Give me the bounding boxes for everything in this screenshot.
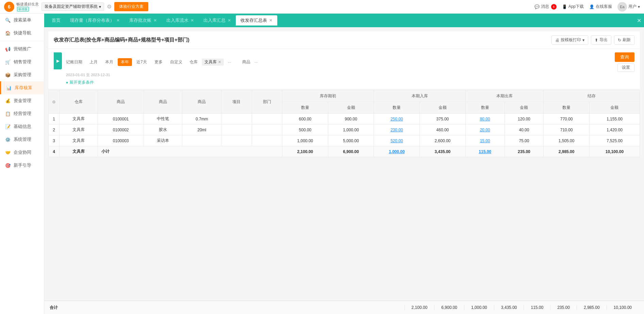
print-template-label: 按模板打印	[561, 37, 581, 43]
tab-receive-summary[interactable]: 收发存汇总表 ✕	[236, 15, 277, 26]
sidebar-item-sales[interactable]: 🛒 销售管理	[0, 55, 44, 68]
export-label: 导出	[599, 37, 608, 43]
row-no: 4	[49, 146, 60, 157]
row-in-qty[interactable]: 230.00	[374, 125, 420, 135]
date-btn-more[interactable]: 更多	[151, 58, 166, 66]
date-btn-7days[interactable]: 近7天	[133, 58, 150, 66]
row-in-qty[interactable]: 1,000.00	[374, 146, 420, 157]
logo-subtitle: 畅捷通好生意	[16, 2, 39, 6]
row-out-qty[interactable]: 115.00	[465, 146, 505, 157]
tab-batch-ledger[interactable]: 库存批次账 ✕	[125, 15, 162, 26]
expand-btn[interactable]: ▾ 展开更多条件	[66, 80, 634, 85]
sidebar-item-operations[interactable]: 📋 经营管理	[0, 107, 44, 120]
tab-in-out-flow[interactable]: 出入库流水 ✕	[162, 15, 199, 26]
export-btn[interactable]: ⬆ 导出	[591, 35, 611, 45]
logo-area: 6 畅捷通好生意 标准版	[4, 2, 39, 12]
date-btn-this-year[interactable]: 本年	[118, 58, 132, 66]
sidebar-item-quick-nav[interactable]: 🏠 快捷导航	[0, 27, 44, 39]
tab-close-icon[interactable]: ✕	[116, 18, 120, 23]
date-btn-this-month[interactable]: 本月	[102, 58, 116, 66]
row-out-qty[interactable]: 20.00	[465, 125, 505, 135]
app-download-group[interactable]: 📱 App下载	[562, 4, 584, 10]
date-btn-custom[interactable]: 自定义	[167, 58, 185, 66]
sidebar-item-search-menu[interactable]: 🔍 搜索菜单	[0, 14, 44, 27]
goods-filter-label: 商品	[242, 59, 250, 65]
close-all-tabs-icon[interactable]: ✕	[637, 17, 641, 24]
date-btn-last-month[interactable]: 上月	[86, 58, 101, 66]
row-subtotal-label: 小计	[98, 146, 282, 157]
chevron-down-icon: ▾	[66, 80, 68, 85]
row-out-qty[interactable]: 80.00	[465, 114, 505, 125]
filter-area: ▶ 记账日期 上月 本月 本年 近7天	[48, 49, 640, 89]
sidebar-item-label: 库存核算	[15, 85, 32, 91]
header-actions: 🖨 按模板打印 ▾ ⬆ 导出 ↻ 刷新	[551, 35, 634, 45]
content-area: 首页 现存量（库存分布表） ✕ 库存批次账 ✕ 出入库流水 ✕ 出入库汇总 ✕	[44, 14, 644, 314]
row-out-amt: 40.00	[505, 125, 544, 135]
row-warehouse: 文具库	[60, 135, 98, 146]
search-icon: 🔍	[5, 17, 11, 23]
row-in-qty[interactable]: 250.00	[374, 114, 420, 125]
gear-icon[interactable]: ⚙	[107, 3, 112, 10]
message-group[interactable]: 💬 消息 6	[534, 4, 557, 10]
push-arrow[interactable]: ▶	[54, 52, 62, 69]
tab-home[interactable]: 首页	[47, 15, 65, 26]
tab-label: 出入库汇总	[203, 17, 226, 23]
tab-close-icon[interactable]: ✕	[191, 18, 194, 23]
total-in-qty: 1,000.00	[464, 305, 494, 310]
th-out-qty: 数量	[465, 102, 505, 114]
settings-btn[interactable]: 设置	[617, 63, 634, 72]
sidebar-item-system[interactable]: ⚙️ 系统管理	[0, 133, 44, 146]
total-init-amt: 6,900.00	[434, 305, 464, 310]
warehouse-more[interactable]: ···	[228, 60, 231, 65]
online-service-group[interactable]: 👤 在线客服	[589, 4, 612, 10]
refresh-btn[interactable]: ↻ 刷新	[614, 35, 634, 45]
sidebar-item-inventory[interactable]: 📊 库存核算	[0, 81, 44, 94]
sidebar-item-guide[interactable]: 🎯 新手引导	[0, 159, 44, 172]
row-in-amt: 460.00	[420, 125, 466, 135]
warehouse-tag-close[interactable]: ✕	[218, 60, 221, 64]
sidebar-item-enterprise[interactable]: 🤝 企业协同	[0, 146, 44, 159]
page-content: 收发存汇总表(按仓库+商品编码+商品+规格型号+项目+部门) 🖨 按模板打印 ▾…	[44, 27, 644, 300]
row-spec: 0.7mm	[182, 114, 221, 125]
row-in-amt: 3,435.00	[420, 146, 466, 157]
row-out-qty[interactable]: 15.00	[465, 135, 505, 146]
row-name: 胶水	[144, 125, 182, 135]
th-stock-in: 本期入库	[374, 90, 465, 102]
tab-close-icon[interactable]: ✕	[153, 18, 157, 23]
tab-close-icon[interactable]: ✕	[269, 18, 273, 23]
tab-inventory-dist[interactable]: 现存量（库存分布表） ✕	[65, 15, 125, 26]
table-settings-icon[interactable]: ⚙	[52, 100, 56, 104]
user-label: 用户	[628, 4, 637, 10]
filter-content: 记账日期 上月 本月 本年 近7天 更多 自定义	[66, 52, 634, 85]
query-btn[interactable]: 查询	[615, 52, 634, 62]
data-table: ⚙ 仓库 商品 商品 商品 项目 部门 库存期初 本期入库 本期出库	[48, 90, 640, 157]
table-container: ⚙ 仓库 商品 商品 商品 项目 部门 库存期初 本期入库 本期出库	[48, 90, 640, 157]
goods-more[interactable]: ···	[254, 60, 258, 65]
experience-btn[interactable]: 体验行业方案	[114, 2, 148, 11]
row-no: 1	[49, 114, 60, 125]
sidebar-item-basic-info[interactable]: 📝 基础信息	[0, 120, 44, 133]
tab-in-out-summary[interactable]: 出入库汇总 ✕	[199, 15, 236, 26]
home-icon: 🏠	[5, 30, 11, 36]
system-selector[interactable]: 装备及固定资产辅助管理系统 ▾	[42, 2, 104, 11]
row-in-qty[interactable]: 520.00	[374, 135, 420, 146]
refresh-icon: ↻	[618, 38, 621, 43]
guide-icon: 🎯	[5, 162, 11, 168]
sidebar-item-label: 企业协同	[14, 149, 31, 155]
th-bal-qty: 数量	[544, 102, 590, 114]
sidebar-item-marketing[interactable]: 📢 营销推广	[0, 43, 44, 55]
row-project	[221, 125, 252, 135]
top-bar-right: 💬 消息 6 📱 App下载 👤 在线客服 Ea 用户 ▾	[534, 2, 640, 12]
tab-close-icon[interactable]: ✕	[228, 18, 231, 23]
print-template-btn[interactable]: 🖨 按模板打印 ▾	[551, 35, 588, 45]
sidebar-item-label: 新手引导	[14, 162, 31, 168]
tab-label: 现存量（库存分布表）	[70, 17, 114, 23]
sidebar-item-purchase[interactable]: 📦 采购管理	[0, 68, 44, 81]
sidebar-item-finance[interactable]: 💰 资金管理	[0, 94, 44, 107]
row-out-amt: 75.00	[505, 135, 544, 146]
sales-icon: 🛒	[5, 59, 11, 65]
th-warehouse: 仓库	[60, 90, 98, 114]
row-in-amt: 375.00	[420, 114, 466, 125]
user-group[interactable]: Ea 用户 ▾	[617, 2, 640, 12]
total-out-amt: 235.00	[550, 305, 577, 310]
